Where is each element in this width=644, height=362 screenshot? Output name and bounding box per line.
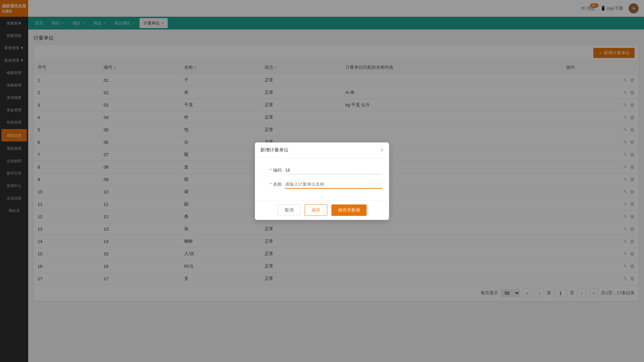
save-and-new-button[interactable]: 保存并新增 xyxy=(331,204,367,216)
name-field-row: * 名称 xyxy=(262,180,382,189)
name-label: * 名称 xyxy=(262,181,282,187)
modal-header: 新增计量单位 × xyxy=(255,142,389,158)
modal-body: * 编码 * 名称 xyxy=(255,158,389,200)
name-input[interactable] xyxy=(285,180,382,189)
modal-close-button[interactable]: × xyxy=(380,147,384,153)
modal-title: 新增计量单位 xyxy=(260,147,288,153)
code-field-row: * 编码 xyxy=(262,166,382,174)
modal-overlay[interactable]: 新增计量单位 × * 编码 * 名称 取消 保存 保存并新增 xyxy=(0,0,644,362)
code-label: * 编码 xyxy=(262,167,282,173)
add-unit-modal: 新增计量单位 × * 编码 * 名称 取消 保存 保存并新增 xyxy=(255,142,389,220)
modal-footer: 取消 保存 保存并新增 xyxy=(255,200,389,220)
save-button[interactable]: 保存 xyxy=(305,204,327,216)
cancel-button[interactable]: 取消 xyxy=(278,204,301,216)
code-input[interactable] xyxy=(285,166,382,174)
